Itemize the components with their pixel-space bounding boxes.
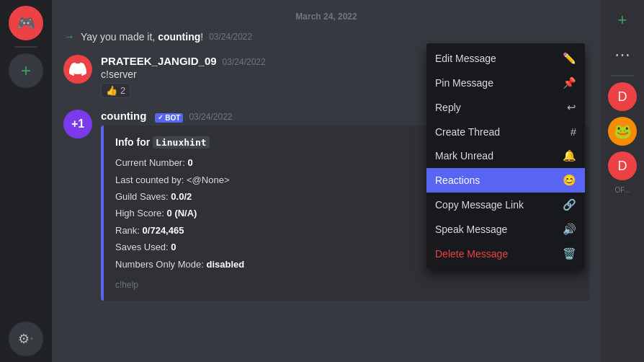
date-header: March 24, 2022: [52, 0, 601, 27]
menu-item-speak-message[interactable]: Speak Message 🔊: [426, 217, 585, 242]
member-icon-3[interactable]: D: [608, 151, 637, 180]
menu-item-create-thread[interactable]: Create Thread #: [426, 120, 585, 144]
emoji-icon: 😊: [563, 174, 576, 187]
right-panel: + ⋯ D 🐸 D OF...: [601, 0, 644, 362]
menu-item-label: Copy Message Link: [435, 199, 524, 211]
member-icon-1[interactable]: D: [608, 82, 637, 111]
trash-icon: 🗑️: [563, 247, 576, 260]
menu-item-label: Reactions: [435, 175, 480, 186]
sidebar-divider: [14, 46, 37, 48]
menu-item-label: Reply: [435, 102, 461, 113]
server-sidebar: 🎮 + ⚙ +: [0, 0, 52, 362]
reaction-count: 2: [120, 85, 125, 96]
more-options-button[interactable]: ⋯: [608, 40, 637, 69]
menu-item-delete-message[interactable]: Delete Message 🗑️: [426, 242, 585, 266]
menu-item-edit-message[interactable]: Edit Message ✏️: [426, 46, 585, 71]
menu-item-pin-message[interactable]: Pin Message 📌: [426, 71, 585, 95]
timestamp: 03/24/2022: [189, 112, 232, 122]
server-icon-discord[interactable]: 🎮: [9, 6, 43, 40]
discord-logo-icon: [69, 61, 86, 78]
arrow-icon: →: [63, 30, 75, 43]
main-chat-area: March 24, 2022 → Yay you made it, counti…: [52, 0, 601, 362]
menu-item-label: Pin Message: [435, 77, 493, 89]
pencil-icon: ✏️: [563, 52, 576, 65]
avatar: +1: [63, 110, 92, 138]
mark-unread-icon: 🔔: [563, 149, 576, 162]
right-divider: [611, 75, 634, 76]
system-timestamp: 03/24/2022: [209, 32, 252, 42]
menu-item-label: Speak Message: [435, 224, 507, 235]
offline-label: OF...: [614, 186, 630, 194]
menu-item-mark-unread[interactable]: Mark Unread 🔔: [426, 144, 585, 168]
link-icon: 🔗: [563, 198, 576, 211]
thread-icon: #: [571, 125, 576, 138]
menu-item-reply[interactable]: Reply ↩: [426, 95, 585, 120]
menu-item-reactions[interactable]: Reactions 😊: [426, 168, 585, 193]
check-icon: ✓: [158, 114, 164, 121]
settings-icon: ⚙: [18, 331, 30, 347]
username: counting: [101, 110, 146, 122]
pin-icon: 📌: [563, 76, 576, 89]
context-menu: Edit Message ✏️ Pin Message 📌 Reply ↩ Cr…: [426, 43, 585, 269]
menu-item-label: Edit Message: [435, 53, 496, 64]
thumbs-up-icon: 👍: [106, 85, 117, 96]
add-server-button[interactable]: +: [9, 53, 43, 88]
username: PRATEEK_JANGID_09: [101, 55, 217, 67]
speaker-icon: 🔊: [563, 223, 576, 236]
add-members-button[interactable]: +: [608, 6, 637, 35]
reply-icon: ↩: [567, 101, 576, 114]
embed-footer: c!help: [115, 278, 578, 292]
system-bold: counting: [158, 31, 200, 43]
menu-item-copy-link[interactable]: Copy Message Link 🔗: [426, 193, 585, 217]
avatar: [63, 55, 92, 84]
embed-code: Linuxhint: [153, 136, 209, 149]
bot-badge: ✓BOT: [155, 113, 183, 123]
menu-item-label: Create Thread: [435, 126, 500, 138]
menu-item-label: Delete Message: [435, 248, 508, 260]
sidebar-settings-button[interactable]: ⚙ +: [9, 322, 43, 356]
system-text: Yay you made it, counting!: [81, 31, 203, 43]
add-label: +: [30, 335, 33, 343]
member-icon-2[interactable]: 🐸: [608, 117, 637, 146]
timestamp: 03/24/2022: [223, 57, 266, 67]
reaction-badge[interactable]: 👍 2: [101, 83, 130, 98]
menu-item-label: Mark Unread: [435, 150, 493, 162]
